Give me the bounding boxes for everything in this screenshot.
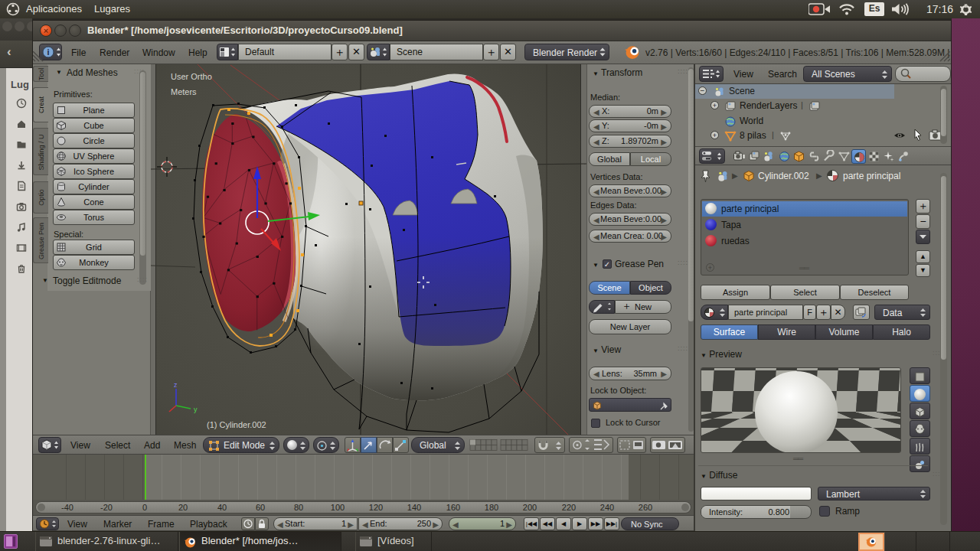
svg-text:(1) Cylinder.002: (1) Cylinder.002: [207, 420, 266, 429]
svg-text:i: i: [47, 47, 49, 57]
svg-text:y: y: [194, 406, 198, 413]
svg-text:Meters: Meters: [171, 87, 197, 96]
svg-text:User Ortho: User Ortho: [171, 72, 212, 81]
svg-text:z: z: [174, 381, 178, 389]
